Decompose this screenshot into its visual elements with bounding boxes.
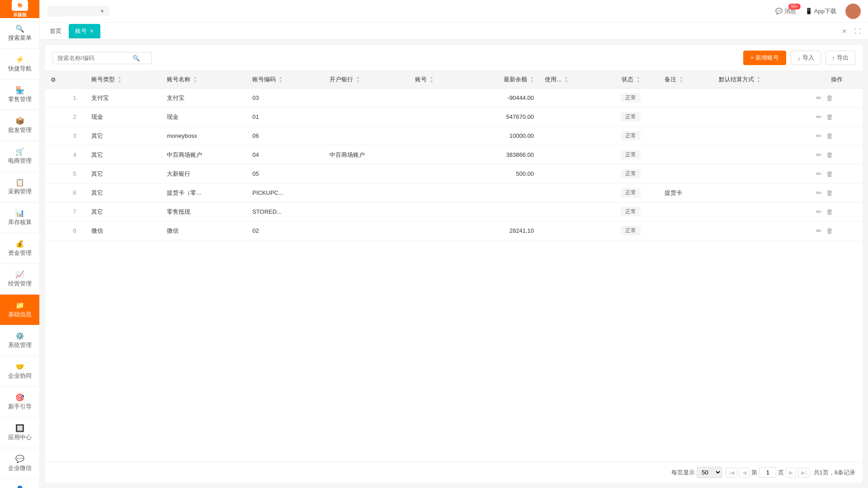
edit-icon[interactable]: ✏ (816, 208, 822, 216)
edit-icon[interactable]: ✏ (816, 189, 822, 197)
cell-num: 7 (63, 202, 86, 221)
sidebar-item-enterprise-wechat[interactable]: 💬 企业微信 (0, 448, 39, 479)
table-row: 8 微信 微信 02 28241.10 正常 ✏ 🗑 (45, 221, 863, 240)
cell-bank (324, 221, 410, 240)
sidebar-item-member[interactable]: 👤 畅会员 (0, 479, 39, 488)
sidebar-item-app-center[interactable]: 🔲 应用中心 (0, 418, 39, 448)
sidebar-item-new-guide[interactable]: 🎯 新手引导 (0, 387, 39, 418)
sidebar-item-finance-mgmt[interactable]: 💰 资金管理 (0, 233, 39, 264)
tab-account[interactable]: 账号 ✕ (69, 24, 100, 38)
sidebar-item-label: 零售管理 (8, 95, 32, 103)
member-icon: 👤 (15, 485, 24, 488)
col-name-header[interactable]: 账号名称 ▲▼ (161, 71, 247, 89)
user-avatar[interactable] (845, 4, 861, 19)
account-search-box[interactable]: 🔍 (52, 52, 152, 64)
delete-icon[interactable]: 🗑 (826, 94, 833, 102)
add-account-button[interactable]: + 新增账号 (743, 51, 786, 65)
cell-name: 支付宝 (161, 89, 247, 108)
cell-remark (659, 221, 713, 240)
edit-icon[interactable]: ✏ (816, 227, 822, 235)
tab-home[interactable]: 首页 (43, 24, 68, 38)
export-button-label: 导出 (837, 54, 849, 62)
col-remark-header[interactable]: 备注 ▲▼ (659, 71, 713, 89)
import-button[interactable]: ↓ 导入 (791, 51, 821, 65)
delete-icon[interactable]: 🗑 (826, 227, 833, 235)
cell-status: 正常 (602, 145, 659, 164)
app-download-button[interactable]: 📱 App下载 (805, 7, 836, 15)
message-badge: 99+ (788, 4, 801, 9)
col-default-header[interactable]: 默认结算方式 ▲▼ (713, 71, 811, 89)
tabbar: 首页 账号 ✕ ✕ ⛶ (40, 23, 868, 40)
sidebar-item-search-menu[interactable]: 🔍 搜索菜单 (0, 18, 39, 49)
settings-icon[interactable]: ⚙ (51, 76, 56, 83)
cell-code: 01 (247, 108, 324, 127)
cell-use (539, 127, 602, 145)
col-settings-header[interactable]: ⚙ (45, 71, 63, 89)
logo-text: 乐版版 (13, 12, 27, 18)
page-prev-button[interactable]: ◀ (739, 468, 750, 478)
col-use-header[interactable]: 使用... ▲▼ (539, 71, 602, 89)
col-type-header[interactable]: 账号类型 ▲▼ (86, 71, 161, 89)
edit-icon[interactable]: ✏ (816, 113, 822, 121)
col-bank-header[interactable]: 开户银行 ▲▼ (324, 71, 410, 89)
sidebar-item-label: 经营管理 (8, 280, 32, 288)
sort-account-icon: ▲▼ (430, 76, 434, 84)
delete-icon[interactable]: 🗑 (826, 151, 833, 159)
per-page-select[interactable]: 每页显示 50 20 100 (671, 467, 722, 478)
cell-remark (659, 108, 713, 127)
export-button[interactable]: ↑ 导出 (826, 51, 856, 65)
edit-icon[interactable]: ✏ (816, 132, 822, 140)
edit-icon[interactable]: ✏ (816, 94, 822, 102)
delete-icon[interactable]: 🗑 (826, 208, 833, 216)
tab-account-close[interactable]: ✕ (90, 28, 94, 34)
message-button[interactable]: 💬 消息 99+ (775, 7, 796, 15)
page-input[interactable] (759, 467, 776, 478)
sidebar-item-retail-mgmt[interactable]: 🏪 零售管理 (0, 80, 39, 110)
cell-type: 其它 (86, 183, 161, 202)
delete-icon[interactable]: 🗑 (826, 170, 833, 178)
delete-icon[interactable]: 🗑 (826, 189, 833, 197)
sidebar-item-ecommerce-mgmt[interactable]: 🛒 电商管理 (0, 141, 39, 172)
sidebar-item-label: 企业微信 (8, 464, 32, 472)
cell-default (713, 202, 811, 221)
col-balance-header[interactable]: 最新余额 ▲▼ (464, 71, 539, 89)
sort-code-icon: ▲▼ (279, 76, 283, 84)
sidebar-item-inventory[interactable]: 📊 库存核算 (0, 202, 39, 233)
per-page-dropdown[interactable]: 50 20 100 (697, 467, 722, 478)
tab-account-label: 账号 (75, 27, 87, 35)
sidebar-item-quick-nav[interactable]: ⚡ 快捷导航 (0, 49, 39, 80)
edit-icon[interactable]: ✏ (816, 170, 822, 178)
delete-icon[interactable]: 🗑 (826, 113, 833, 121)
topbar-search-input[interactable] (52, 8, 97, 14)
cell-use (539, 202, 602, 221)
sidebar-item-system-mgmt[interactable]: ⚙️ 系统管理 (0, 325, 39, 356)
sidebar-item-purchase-mgmt[interactable]: 📋 采购管理 (0, 172, 39, 202)
sidebar-item-enterprise-agreement[interactable]: 🤝 企业协同 (0, 356, 39, 387)
sidebar-item-operations-mgmt[interactable]: 📈 经营管理 (0, 264, 39, 295)
tab-minimize-button[interactable]: ✕ (840, 27, 849, 36)
account-search-icon[interactable]: 🔍 (132, 55, 140, 61)
pagination: 每页显示 50 20 100 |◀ ◀ 第 页 ▶ ▶| 共1页，8条记 (45, 462, 863, 483)
sort-bank-icon: ▲▼ (356, 76, 360, 84)
sort-type-icon: ▲▼ (118, 76, 122, 84)
delete-icon[interactable]: 🗑 (826, 132, 833, 140)
col-account-header[interactable]: 账号 ▲▼ (410, 71, 463, 89)
sidebar-item-basic-info[interactable]: 📁 基础信息 (0, 295, 39, 325)
page-first-button[interactable]: |◀ (726, 468, 737, 478)
edit-icon[interactable]: ✏ (816, 151, 822, 159)
sidebar-item-wholesale-mgmt[interactable]: 📦 批发管理 (0, 110, 39, 141)
tab-maximize-button[interactable]: ⛶ (853, 27, 863, 36)
tab-controls: ✕ ⛶ (840, 27, 864, 36)
col-status-header[interactable]: 状态 ▲▼ (602, 71, 659, 89)
sidebar-item-label: 搜索菜单 (8, 34, 32, 42)
account-search-input[interactable] (57, 55, 130, 61)
cell-status: 正常 (602, 164, 659, 183)
topbar-search-box[interactable]: ▼ (47, 6, 109, 16)
page-last-button[interactable]: ▶| (798, 468, 810, 478)
cell-action: ✏ 🗑 (811, 127, 863, 145)
topbar-search-chevron-icon[interactable]: ▼ (99, 8, 105, 14)
col-code-header[interactable]: 账号编码 ▲▼ (247, 71, 324, 89)
topbar-left: ▼ (47, 6, 109, 16)
page-next-button[interactable]: ▶ (786, 468, 796, 478)
page-nav: |◀ ◀ 第 页 ▶ ▶| (726, 467, 810, 478)
